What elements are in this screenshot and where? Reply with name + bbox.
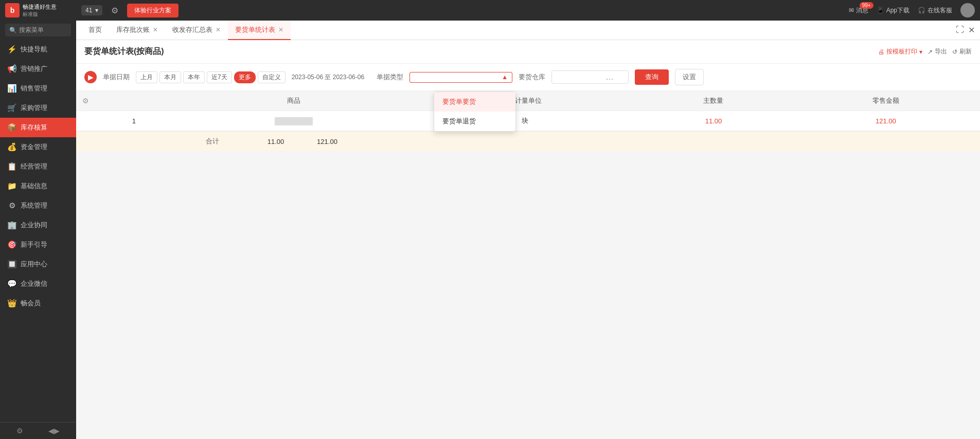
sidebar-item-member[interactable]: 👑 畅会员 — [0, 294, 76, 313]
tab-batch-account[interactable]: 库存批次账 ✕ — [109, 21, 165, 40]
this-month-button[interactable]: 本月 — [159, 71, 181, 83]
table-row: 1 ████████ 块 11.00 121.00 — [76, 111, 980, 131]
filter-settings-button[interactable]: 设置 — [675, 69, 704, 85]
sidebar-item-app-center[interactable]: 🔲 应用中心 — [0, 254, 76, 274]
sidebar-item-label: 采购管理 — [21, 103, 47, 113]
col-amount: 零售金额 — [792, 91, 980, 111]
tab-close-send-receive[interactable]: ✕ — [216, 26, 221, 33]
tab-close-all-button[interactable]: ✕ — [968, 25, 975, 35]
sidebar-item-label: 销售管理 — [21, 84, 47, 93]
sidebar-item-label: 企业协同 — [21, 221, 47, 230]
row-amount[interactable]: 121.00 — [792, 111, 980, 131]
sidebar-search[interactable]: 🔍 搜索菜单 — [5, 24, 71, 36]
system-icon: ⚙ — [7, 201, 16, 210]
sidebar-item-label: 应用中心 — [21, 260, 47, 269]
sidebar-item-purchase[interactable]: 🛒 采购管理 — [0, 98, 76, 118]
sidebar-item-label: 系统管理 — [21, 201, 47, 210]
message-icon: ✉ — [849, 7, 854, 14]
operations-icon: 📋 — [7, 162, 16, 171]
tab-order-stats[interactable]: 要货单统计表 ✕ — [228, 21, 291, 40]
trial-button[interactable]: 体验行业方案 — [127, 4, 179, 17]
messages-button[interactable]: ✉ 消息 99+ — [849, 6, 868, 15]
sidebar-item-newbie[interactable]: 🎯 新手引导 — [0, 235, 76, 254]
sidebar-collapse-button[interactable]: ◀▶ — [48, 427, 60, 435]
sidebar-settings-button[interactable]: ⚙ — [16, 427, 23, 435]
sidebar-footer: ⚙ ◀▶ — [0, 422, 76, 439]
sidebar-item-label: 库存核算 — [21, 123, 47, 132]
col-quantity: 主数量 — [635, 91, 792, 111]
quick-nav-icon: ⚡ — [7, 45, 16, 54]
app-center-icon: 🔲 — [7, 260, 16, 269]
footer-values: 11.00 121.00 — [219, 138, 353, 145]
title-actions: 🖨 按模板打印 ▾ ↗ 导出 ↺ 刷新 — [878, 47, 972, 56]
footer-amount: 121.00 — [301, 138, 353, 145]
last-7-days-button[interactable]: 近7天 — [207, 71, 232, 83]
warehouse-input[interactable]: … — [551, 70, 629, 84]
filter-bar: ▶ 单据日期 上月 本月 本年 近7天 更多 自定义 2023-05-06 至 … — [76, 64, 980, 91]
tab-maximize-button[interactable]: ⛶ — [956, 25, 964, 35]
dropdown-item-purchase-return[interactable]: 要货单退货 — [434, 112, 515, 131]
column-settings-icon[interactable]: ⚙ — [82, 97, 89, 105]
data-table: ⚙ 商品 主计量单位 主数量 零售金额 — [76, 91, 980, 131]
warehouse-label: 要货仓库 — [519, 72, 545, 82]
query-button[interactable]: 查询 — [635, 69, 669, 85]
tab-send-receive[interactable]: 收发存汇总表 ✕ — [165, 21, 228, 40]
tab-close-order-stats[interactable]: ✕ — [278, 26, 283, 33]
app-download-button[interactable]: 📱 App下载 — [877, 6, 910, 15]
search-icon: 🔍 — [9, 27, 17, 34]
content-area: 首页 库存批次账 ✕ 收发存汇总表 ✕ 要货单统计表 ✕ ⛶ ✕ — [76, 21, 980, 439]
header-right: ✉ 消息 99+ 📱 App下载 🎧 在线客服 — [849, 3, 975, 17]
store-selector[interactable]: 41 ▾ — [81, 5, 102, 15]
custom-date-button[interactable]: 自定义 — [258, 71, 286, 83]
chevron-down-icon: ▾ — [95, 7, 98, 14]
sidebar-item-label: 畅会员 — [21, 299, 41, 308]
this-year-button[interactable]: 本年 — [183, 71, 205, 83]
avatar[interactable] — [960, 3, 975, 17]
sidebar-item-basic-info[interactable]: 📁 基础信息 — [0, 176, 76, 196]
row-quantity[interactable]: 11.00 — [635, 111, 792, 131]
refresh-icon: ↺ — [952, 48, 957, 56]
col-product: 商品 — [173, 91, 415, 111]
export-button[interactable]: ↗ 导出 — [928, 47, 947, 56]
print-dropdown-icon: ▾ — [919, 48, 922, 56]
sidebar-item-operations[interactable]: 📋 经营管理 — [0, 157, 76, 176]
logo-icon: b — [5, 3, 20, 17]
sidebar-item-label: 企业微信 — [21, 279, 47, 288]
sidebar-item-sales[interactable]: 📊 销售管理 — [0, 79, 76, 98]
refresh-button[interactable]: ↺ 刷新 — [952, 47, 972, 56]
main-layout: 🔍 搜索菜单 ⚡ 快捷导航 📢 营销推广 📊 销售管理 🛒 采购管理 📦 — [0, 21, 980, 439]
sidebar-item-enterprise[interactable]: 🏢 企业协同 — [0, 215, 76, 235]
type-dropdown-menu: 要货单要货 要货单退货 — [434, 92, 516, 132]
type-label: 单据类型 — [377, 72, 403, 82]
phone-icon: 📱 — [877, 7, 884, 14]
sidebar-item-finance[interactable]: 💰 资金管理 — [0, 137, 76, 157]
type-input-area[interactable]: ▲ — [409, 72, 512, 83]
dropdown-item-purchase-order[interactable]: 要货单要货 — [434, 92, 515, 112]
col-index — [95, 91, 173, 111]
wechat-icon: 💬 — [7, 279, 16, 288]
type-dropdown-arrow-icon[interactable]: ▲ — [502, 74, 508, 81]
more-presets-button[interactable]: 更多 — [234, 71, 256, 83]
logo-area: b 畅捷通好生意 标准版 — [5, 3, 81, 17]
sidebar-item-quick-nav[interactable]: ⚡ 快捷导航 — [0, 40, 76, 59]
sidebar-item-label: 新手引导 — [21, 240, 47, 249]
sidebar-item-inventory[interactable]: 📦 库存核算 — [0, 118, 76, 137]
sidebar-item-system[interactable]: ⚙ 系统管理 — [0, 196, 76, 215]
table-header: ⚙ 商品 主计量单位 主数量 零售金额 — [76, 91, 980, 111]
tab-home[interactable]: 首页 — [81, 21, 109, 40]
last-month-button[interactable]: 上月 — [136, 71, 157, 83]
sidebar-item-marketing[interactable]: 📢 营销推广 — [0, 59, 76, 79]
date-label: 单据日期 — [103, 72, 130, 82]
print-template-button[interactable]: 🖨 按模板打印 ▾ — [878, 47, 922, 56]
header-settings-button[interactable]: ⚙ — [108, 3, 122, 17]
online-service-button[interactable]: 🎧 在线客服 — [918, 6, 952, 15]
newbie-icon: 🎯 — [7, 240, 16, 249]
tab-close-batch-account[interactable]: ✕ — [153, 26, 158, 33]
warehouse-more-icon[interactable]: … — [605, 72, 614, 82]
type-input[interactable] — [414, 74, 502, 81]
table-body: 1 ████████ 块 11.00 121.00 — [76, 111, 980, 131]
sidebar-item-wechat[interactable]: 💬 企业微信 — [0, 274, 76, 294]
filter-expand-button[interactable]: ▶ — [84, 71, 97, 83]
enterprise-icon: 🏢 — [7, 221, 16, 230]
footer-quantity: 11.00 — [250, 138, 301, 145]
